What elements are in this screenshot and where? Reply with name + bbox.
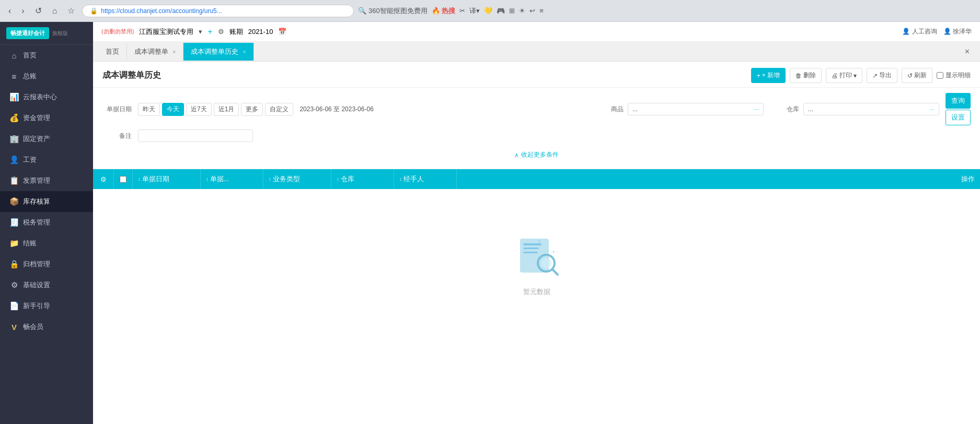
column-vno[interactable]: ↕ 单据... bbox=[201, 169, 263, 189]
custom-button[interactable]: 自定义 bbox=[265, 103, 293, 116]
browser-chrome: ‹ › ↺ ⌂ ☆ 🔒 https://cloud.chanjet.com/ac… bbox=[0, 0, 980, 22]
last7days-button[interactable]: 近7天 bbox=[186, 103, 212, 116]
game-icon: 🎮 bbox=[497, 7, 505, 15]
add-company-button[interactable]: + bbox=[207, 27, 212, 37]
url-text: https://cloud.chanjet.com/accounting/uru… bbox=[101, 7, 222, 15]
sidebar-item-archive[interactable]: 🔒 归档管理 bbox=[0, 254, 93, 275]
tab-cost-adjust[interactable]: 成本调整单 × bbox=[127, 43, 183, 61]
sidebar-item-label: 基础设置 bbox=[23, 280, 50, 290]
show-detail-checkbox-label[interactable]: 显示明细 bbox=[937, 71, 971, 80]
app-logo: 畅捷通好会计 bbox=[6, 27, 49, 39]
column-gear[interactable]: ⚙ bbox=[93, 169, 114, 189]
sidebar-item-label: 首页 bbox=[23, 51, 37, 60]
setting-button[interactable]: 设置 bbox=[946, 110, 971, 125]
tab-cost-adjust-history[interactable]: 成本调整单历史 × bbox=[183, 43, 253, 61]
export-button[interactable]: ↗ 导出 bbox=[867, 68, 897, 83]
sidebar-item-report[interactable]: 📊 云报表中心 bbox=[0, 87, 93, 108]
column-checkbox[interactable] bbox=[114, 169, 133, 189]
sidebar-item-tax[interactable]: 🧾 税务管理 bbox=[0, 212, 93, 233]
calendar-icon[interactable]: 📅 bbox=[278, 28, 286, 36]
account-settings-button[interactable]: ⚙ bbox=[218, 28, 224, 36]
back-button[interactable]: ‹ bbox=[5, 5, 14, 17]
main-content: 成本调整单历史 + + 新增 🗑 删除 🖨 打印 ▾ bbox=[93, 62, 980, 424]
consult-link[interactable]: 👤 人工咨询 bbox=[902, 27, 937, 36]
sidebar-item-label: 工资 bbox=[23, 155, 37, 164]
browser-tools: 🔍 360智能抠图免费用 🔥 热搜 ✂ 译▾ 💛 🎮 ⊞ ☀ ↩ ≡ bbox=[358, 6, 544, 16]
sidebar-item-ledger[interactable]: ≡ 总账 bbox=[0, 66, 93, 87]
reload-button[interactable]: ↺ bbox=[32, 5, 45, 17]
sidebar-item-label: 新手引导 bbox=[23, 301, 50, 311]
account-right-area: 👤 人工咨询 👤 徐泽华 bbox=[902, 27, 972, 36]
home-button[interactable]: ⌂ bbox=[49, 5, 61, 17]
sidebar-item-payroll[interactable]: 👤 工资 bbox=[0, 149, 93, 170]
filter-row-remark: 备注 bbox=[102, 129, 971, 142]
user-icon: 👤 bbox=[943, 28, 951, 35]
remark-filter-label: 备注 bbox=[102, 132, 132, 140]
svg-line-6 bbox=[552, 269, 558, 275]
tab-history-close[interactable]: × bbox=[243, 49, 246, 55]
close-all-tabs-button[interactable]: × bbox=[965, 47, 970, 56]
warehouse-placeholder: ... bbox=[808, 105, 813, 113]
sidebar-item-inventory[interactable]: 📦 库存核算 bbox=[0, 191, 93, 212]
table-header: ⚙ ↕ 单据日期 ↕ 单据... ↕ 业务类型 bbox=[93, 169, 980, 189]
sidebar-item-home[interactable]: ⌂ 首页 bbox=[0, 45, 93, 66]
show-detail-checkbox[interactable] bbox=[937, 72, 943, 79]
sidebar-item-label: 固定资产 bbox=[23, 134, 50, 144]
print-button[interactable]: 🖨 打印 ▾ bbox=[826, 68, 862, 83]
gear-icon: ⚙ bbox=[100, 175, 107, 183]
tab-cost-adjust-close[interactable]: × bbox=[172, 49, 176, 55]
column-date[interactable]: ↕ 单据日期 bbox=[133, 169, 201, 189]
new-button[interactable]: + + 新增 bbox=[751, 68, 786, 83]
undo-icon: ↩ bbox=[529, 7, 535, 15]
inventory-icon: 📦 bbox=[9, 197, 19, 206]
column-btype[interactable]: ↕ 业务类型 bbox=[263, 169, 331, 189]
collapse-button[interactable]: ∧ 收起更多条件 bbox=[510, 148, 563, 161]
page-title: 成本调整单历史 bbox=[102, 70, 161, 81]
svg-point-5 bbox=[541, 258, 551, 268]
print-label: 打印 bbox=[839, 71, 852, 80]
sidebar-item-invoice[interactable]: 📋 发票管理 bbox=[0, 170, 93, 191]
empty-state: 暂元数据 bbox=[93, 189, 980, 338]
tab-home[interactable]: 首页 bbox=[98, 43, 127, 61]
select-all-checkbox[interactable] bbox=[120, 176, 126, 183]
column-operator[interactable]: ↕ 经手人 bbox=[394, 169, 457, 189]
sidebar-item-close[interactable]: 📁 结账 bbox=[0, 233, 93, 254]
product-filter-select[interactable]: ... ··· bbox=[628, 103, 764, 115]
menu-icon: ≡ bbox=[539, 7, 544, 15]
star-button[interactable]: ☆ bbox=[64, 5, 78, 17]
more-button[interactable]: 更多 bbox=[241, 103, 263, 116]
sidebar-item-vip[interactable]: V 畅会员 bbox=[0, 316, 93, 337]
page-header: 成本调整单历史 + + 新增 🗑 删除 🖨 打印 ▾ bbox=[93, 62, 980, 88]
today-button[interactable]: 今天 bbox=[162, 103, 184, 116]
sun-icon: ☀ bbox=[519, 7, 525, 15]
warehouse-filter-select[interactable]: ... ··· bbox=[803, 103, 939, 115]
company-dropdown[interactable]: ▾ bbox=[199, 28, 202, 36]
sidebar-item-label: 云报表中心 bbox=[23, 92, 57, 102]
empty-illustration bbox=[511, 231, 563, 283]
sidebar-item-settings[interactable]: ⚙ 基础设置 bbox=[0, 275, 93, 296]
sidebar-item-asset[interactable]: 🏢 固定资产 bbox=[0, 128, 93, 149]
last1month-button[interactable]: 近1月 bbox=[214, 103, 239, 116]
svg-point-7 bbox=[538, 240, 540, 242]
query-button[interactable]: 查询 bbox=[946, 93, 971, 109]
period-label: 账期 bbox=[229, 27, 243, 37]
remark-filter-input[interactable] bbox=[138, 129, 253, 142]
refresh-button[interactable]: ↺ 刷新 bbox=[902, 68, 932, 83]
column-warehouse[interactable]: ↕ 仓库 bbox=[331, 169, 394, 189]
sidebar-item-label: 归档管理 bbox=[23, 260, 50, 269]
sidebar-item-fund[interactable]: 💰 资金管理 bbox=[0, 108, 93, 128]
sidebar-item-guide[interactable]: 📄 新手引导 bbox=[0, 296, 93, 316]
forward-button[interactable]: › bbox=[18, 5, 27, 17]
url-bar[interactable]: 🔒 https://cloud.chanjet.com/accounting/u… bbox=[82, 5, 354, 17]
vno-sort-icon: ↕ bbox=[206, 176, 209, 182]
settings-icon: ⚙ bbox=[9, 280, 19, 290]
sidebar-item-label: 税务管理 bbox=[23, 218, 50, 227]
btype-column-label: 业务类型 bbox=[273, 174, 300, 184]
user-area[interactable]: 👤 徐泽华 bbox=[943, 27, 972, 36]
print-icon: 🖨 bbox=[832, 72, 838, 79]
sidebar-item-label: 总账 bbox=[23, 72, 37, 81]
delete-button[interactable]: 🗑 删除 bbox=[790, 68, 822, 83]
sidebar-item-label: 库存核算 bbox=[23, 197, 50, 206]
yesterday-button[interactable]: 昨天 bbox=[138, 103, 160, 116]
export-icon: ↗ bbox=[872, 72, 878, 79]
